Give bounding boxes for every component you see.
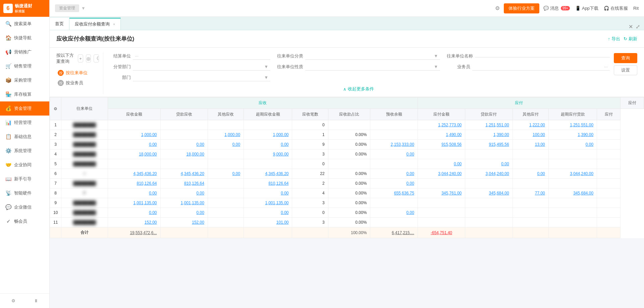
page-header-actions: ↑ 导出 ↻ 刷新 — [608, 36, 638, 42]
edit-scheme-btn[interactable]: ◎ — [86, 54, 91, 62]
table-header-payable-extra: 应付 — [621, 97, 644, 109]
table-row: 5████████00.000.00 — [50, 159, 644, 169]
input-dept-manager[interactable]: ▼ — [133, 63, 270, 71]
sidebar-item-finance[interactable]: 💰资金管理 — [0, 101, 49, 116]
tab-home-label: 首页 — [55, 21, 64, 27]
input-partner-category[interactable]: ▼ — [305, 52, 440, 60]
sidebar-label-search: 搜索菜单 — [14, 21, 32, 27]
collapse-scheme-btn[interactable]: 《 — [94, 54, 99, 62]
logo-sub: 标准版 — [15, 9, 32, 14]
wechat-icon: 💬 — [5, 204, 11, 210]
total-overdue-receivable — [244, 227, 292, 238]
user-info[interactable]: Rit — [633, 6, 639, 11]
message-label: 消息 — [550, 5, 559, 11]
marketing-icon: 📢 — [5, 49, 11, 55]
scheme-icon-salesperson: 按 — [58, 80, 64, 86]
total-loan-receivable — [160, 227, 208, 238]
sidebar-item-operation[interactable]: 📊经营管理 — [0, 116, 49, 130]
sidebar-label-sales: 销售管理 — [14, 63, 32, 69]
refresh-label: 刷新 — [629, 36, 637, 42]
sidebar-item-system[interactable]: ⚙️系统管理 — [0, 144, 49, 158]
sidebar-item-guide[interactable]: 📖新手引导 — [0, 172, 49, 186]
system-icon: ⚙️ — [5, 148, 11, 154]
topbar-settings-icon[interactable]: ⚙ — [495, 5, 500, 11]
table-row: 8P0.000.000.0040.00%655,636.75345,761.00… — [50, 188, 644, 198]
partner-cell: ████████ — [61, 149, 108, 159]
input-settlement-unit[interactable]: ··· — [133, 52, 270, 60]
tab-close-all-icon[interactable]: ✕ — [629, 24, 633, 30]
tab-bar: 首页 应收应付余额查询 × ✕ ⤢ — [50, 17, 644, 30]
table-row: 10████████0.000.000.0000.00%0.00 — [50, 208, 644, 218]
sidebar-label-cooperation: 企业协同 — [14, 162, 32, 168]
total-settings-cell — [50, 227, 61, 238]
sidebar-item-hardware[interactable]: 📡智能硬件 — [0, 186, 49, 200]
sidebar-item-cooperation[interactable]: 🤝企业协同 — [0, 158, 49, 172]
tab-receivable[interactable]: 应收应付余额查询 × — [69, 18, 121, 30]
input-salesperson[interactable]: ··· — [472, 63, 610, 71]
filter-area: 按以下方案查询 + ◎ 《 按 按往来单位 按 按业务员 — [50, 48, 644, 97]
scheme-item-salesperson[interactable]: 按 按业务员 — [56, 78, 99, 88]
refresh-button[interactable]: ↻ 刷新 — [624, 36, 637, 42]
total-payable-amount[interactable]: -654,751.40 — [418, 227, 465, 238]
query-button[interactable]: 查询 — [614, 53, 637, 63]
message-btn[interactable]: 💬 消息 99+ — [543, 5, 570, 11]
input-partner-name[interactable] — [475, 55, 610, 57]
filter-label: 按以下方案查询 — [56, 52, 75, 64]
page-title: 应收应付余额查询(按往来单位) — [56, 35, 134, 43]
sidebar-item-inventory[interactable]: 🏪库存核算 — [0, 87, 49, 101]
tab-expand-icon[interactable]: ⤢ — [636, 24, 640, 30]
field-dept-manager: 分管部门 ▼ — [107, 63, 270, 71]
scheme-item-partner[interactable]: 按 按往来单位 — [56, 68, 99, 78]
operation-icon: 📊 — [5, 120, 11, 126]
table-row: 7████████810,126.64810,126.64810,126.642… — [50, 179, 644, 188]
message-icon: 💬 — [543, 6, 549, 11]
total-receivable-amount[interactable]: 19,553,472,6... — [108, 227, 160, 238]
sidebar-item-basic[interactable]: 📋基础信息 — [0, 130, 49, 144]
sidebar-item-sales[interactable]: 🛒销售管理 — [0, 59, 49, 73]
total-receivable-ratio: 100.00% — [328, 227, 370, 238]
input-partner-type[interactable]: ▼ — [305, 63, 440, 71]
customer-service-btn[interactable]: 🎧 在线客服 — [604, 5, 628, 11]
app-download-label: App下载 — [582, 5, 598, 11]
inventory-icon: 🏪 — [5, 91, 11, 97]
hardware-icon: 📡 — [5, 190, 11, 196]
sidebar-item-marketing[interactable]: 📢营销推广 — [0, 45, 49, 59]
collapse-filter-btn[interactable]: ∧ 收起更多条件 — [107, 84, 610, 94]
main-area: 资金管理 ▼ ⚙ 体验行业方案 💬 消息 99+ 📱 App下载 🎧 在线客服 … — [50, 0, 644, 308]
collapse-label: 收起更多条件 — [348, 86, 374, 92]
scheme-icon-partner: 按 — [58, 70, 64, 76]
total-receivable-count — [292, 227, 328, 238]
partner-cell: ████████ — [61, 218, 108, 227]
total-payable-extra — [597, 227, 621, 238]
message-badge: 99+ — [561, 6, 570, 10]
export-button[interactable]: ↑ 导出 — [608, 36, 621, 42]
sidebar-collapse-btn[interactable]: ⏸ — [25, 296, 47, 305]
add-scheme-btn[interactable]: + — [78, 54, 83, 62]
promo-button[interactable]: 体验行业方案 — [504, 3, 539, 13]
app-download-btn[interactable]: 📱 App下载 — [575, 5, 598, 11]
quick-icon: 🏠 — [5, 35, 11, 41]
sidebar-item-quick[interactable]: 🏠快捷导航 — [0, 31, 49, 45]
tab-close-icon[interactable]: × — [113, 22, 115, 26]
sidebar-item-member[interactable]: ✓畅会员 — [0, 214, 49, 228]
collapse-icon: ∧ — [343, 87, 346, 92]
table-header-partner: 往来单位 — [61, 97, 108, 120]
sidebar-settings-btn[interactable]: ⚙ — [3, 296, 24, 305]
label-partner-type: 往来单位性质 — [277, 64, 303, 70]
total-advance-balance[interactable]: 6,417,215.... — [370, 227, 418, 238]
export-label: 导出 — [611, 36, 620, 42]
topbar-right: 💬 消息 99+ 📱 App下载 🎧 在线客服 Rit — [543, 5, 639, 11]
tab-home[interactable]: 首页 — [50, 18, 69, 30]
logo-name: 畅捷通财 — [15, 3, 32, 9]
settings-button[interactable]: 设置 — [614, 65, 637, 75]
customer-service-label: 在线客服 — [610, 5, 628, 11]
total-other-receivable — [208, 227, 244, 238]
sidebar-item-purchase[interactable]: 📦采购管理 — [0, 73, 49, 87]
col-loan-receivable: 贷款应收 — [160, 109, 208, 120]
sidebar-item-search[interactable]: 🔍搜索菜单 — [0, 17, 49, 31]
input-department[interactable]: ▼ — [133, 74, 270, 81]
scheme-list: 按以下方案查询 + ◎ 《 按 按往来单位 按 按业务员 — [56, 52, 103, 94]
table-settings-header[interactable]: ⚙ — [50, 97, 61, 120]
table-row: 3████████0.000.000.000.0090.00%2,153,333… — [50, 140, 644, 149]
sidebar-item-wechat[interactable]: 💬企业微信 — [0, 200, 49, 214]
